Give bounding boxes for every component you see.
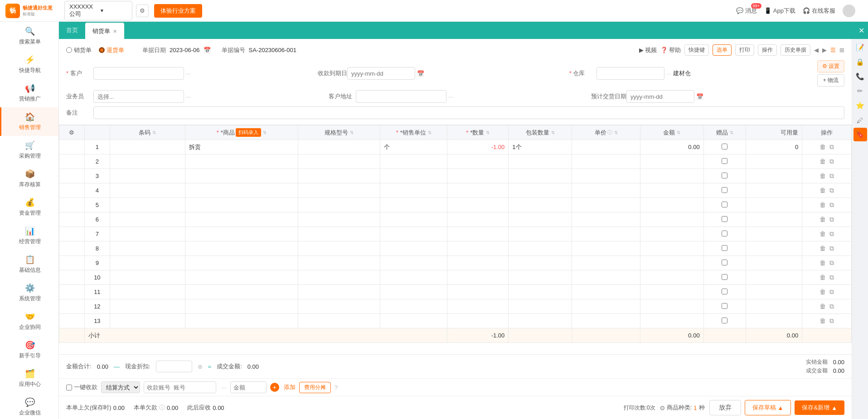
radio-sale[interactable]: 销货单	[66, 46, 92, 54]
row-spec[interactable]	[298, 241, 380, 256]
row-qty[interactable]	[447, 169, 509, 183]
copy-row-icon[interactable]: ⧉	[829, 303, 834, 310]
warehouse-dots-icon[interactable]: ···	[666, 70, 671, 77]
print-button[interactable]: 打印	[735, 44, 754, 56]
row-price[interactable]	[572, 314, 640, 328]
delete-row-icon[interactable]: 🗑	[820, 274, 826, 281]
row-qty[interactable]	[447, 299, 509, 314]
amount-sort-icon[interactable]: ⇅	[677, 130, 680, 135]
tab-close-icon[interactable]: ✕	[113, 29, 117, 34]
row-barcode[interactable]	[110, 314, 185, 328]
row-barcode[interactable]	[110, 241, 185, 256]
grid-view-icon[interactable]: ⊞	[839, 47, 844, 53]
row-qty[interactable]	[447, 212, 509, 227]
rp-pen-button[interactable]: 🖊	[853, 113, 867, 127]
abandon-button[interactable]: 放弃	[709, 400, 741, 415]
qty-sort-icon[interactable]: ⇅	[486, 130, 490, 135]
sidebar-item-marketing[interactable]: 📢 营销推广	[0, 79, 58, 107]
row-price[interactable]	[572, 140, 640, 154]
row-gift[interactable]	[703, 140, 746, 154]
row-gift[interactable]	[703, 227, 746, 241]
expense-help-icon[interactable]: ?	[335, 384, 338, 391]
row-gift[interactable]	[703, 299, 746, 314]
nav-next-icon[interactable]: ▶	[822, 47, 827, 53]
account-dots-icon[interactable]: ···	[222, 384, 227, 391]
row-price[interactable]	[572, 285, 640, 299]
row-gift[interactable]	[703, 198, 746, 212]
copy-row-icon[interactable]: ⧉	[829, 158, 834, 165]
delete-row-icon[interactable]: 🗑	[820, 187, 826, 194]
row-barcode[interactable]	[110, 299, 185, 314]
row-price[interactable]	[572, 270, 640, 285]
row-barcode[interactable]	[110, 227, 185, 241]
row-qty[interactable]	[447, 198, 509, 212]
customer-addr-input[interactable]	[356, 90, 446, 103]
row-qty[interactable]	[447, 183, 509, 198]
settings-icon[interactable]: ⚙	[136, 5, 149, 17]
row-qty[interactable]	[447, 154, 509, 169]
sidebar-item-search[interactable]: 🔍 搜索菜单	[0, 22, 58, 50]
payment-date-input[interactable]	[347, 67, 415, 80]
rp-tag-button[interactable]: 🔖	[853, 128, 867, 141]
sidebar-item-appcenter[interactable]: 🗂️ 应用中心	[0, 364, 58, 393]
message-button[interactable]: 💬 消息 99+	[736, 7, 757, 15]
row-barcode[interactable]	[110, 198, 185, 212]
setting-button[interactable]: ⚙ 设置	[817, 60, 844, 72]
gift-sort-icon[interactable]: ⇅	[730, 130, 733, 135]
sidebar-item-basic-info[interactable]: 📋 基础信息	[0, 250, 58, 279]
delete-row-icon[interactable]: 🗑	[820, 245, 826, 252]
row-spec[interactable]	[298, 270, 380, 285]
delete-row-icon[interactable]: 🗑	[820, 317, 826, 324]
row-gift[interactable]	[703, 270, 746, 285]
row-price[interactable]	[572, 198, 640, 212]
copy-row-icon[interactable]: ⧉	[829, 216, 834, 223]
user-avatar[interactable]	[843, 5, 855, 17]
row-barcode[interactable]	[110, 285, 185, 299]
row-qty[interactable]	[447, 270, 509, 285]
copy-row-icon[interactable]: ⧉	[829, 187, 834, 194]
row-spec[interactable]	[298, 227, 380, 241]
payment-calendar-icon[interactable]: 📅	[417, 70, 424, 77]
rp-notes-button[interactable]: 📝	[853, 41, 867, 54]
sidebar-item-quicknav[interactable]: ⚡ 快捷导航	[0, 50, 58, 79]
row-price[interactable]	[572, 154, 640, 169]
price-help-icon[interactable]: ⓘ	[607, 129, 612, 136]
radio-return[interactable]: 退货单	[99, 46, 124, 54]
expected-calendar-icon[interactable]: 📅	[696, 93, 703, 100]
row-spec[interactable]	[298, 154, 380, 169]
experience-button[interactable]: 体验行业方案	[154, 4, 202, 18]
row-qty[interactable]	[447, 314, 509, 328]
row-price[interactable]	[572, 241, 640, 256]
copy-row-icon[interactable]: ⧉	[829, 274, 834, 281]
help-link[interactable]: ❓ 帮助	[660, 46, 681, 54]
shortcut-button[interactable]: 快捷键	[684, 44, 709, 56]
history-button[interactable]: 历史单据	[781, 44, 810, 56]
help-circle-icon[interactable]: ⊕	[198, 363, 203, 370]
company-select[interactable]: XXXXXX公司 ▼	[64, 1, 132, 20]
unit-sort-icon[interactable]: ⇅	[428, 130, 432, 135]
sidebar-item-guide[interactable]: 🎯 新手引导	[0, 336, 58, 364]
row-barcode[interactable]	[110, 256, 185, 270]
copy-row-icon[interactable]: ⧉	[829, 259, 834, 266]
row-gift[interactable]	[703, 256, 746, 270]
customer-input[interactable]	[93, 67, 184, 80]
customer-dots-icon[interactable]: ···	[186, 70, 191, 77]
discount-input[interactable]	[156, 361, 192, 372]
delete-row-icon[interactable]: 🗑	[820, 143, 826, 150]
product-kind-radio-icon[interactable]: ⊙	[660, 405, 665, 411]
logistics-button[interactable]: + 物流	[817, 74, 844, 87]
th-settings[interactable]: ⚙	[59, 125, 85, 140]
save-draft-button[interactable]: 保存草稿 ▲	[745, 400, 791, 415]
copy-row-icon[interactable]: ⧉	[829, 230, 834, 237]
row-spec[interactable]	[298, 212, 380, 227]
row-gift[interactable]	[703, 169, 746, 183]
row-barcode[interactable]	[110, 270, 185, 285]
row-qty[interactable]	[447, 285, 509, 299]
row-gift[interactable]	[703, 285, 746, 299]
row-price[interactable]	[572, 212, 640, 227]
row-barcode[interactable]	[110, 154, 185, 169]
spec-sort-icon[interactable]: ⇅	[350, 130, 354, 135]
row-spec[interactable]	[298, 183, 380, 198]
delete-row-icon[interactable]: 🗑	[820, 303, 826, 310]
rp-lock-button[interactable]: 🔒	[853, 55, 867, 69]
